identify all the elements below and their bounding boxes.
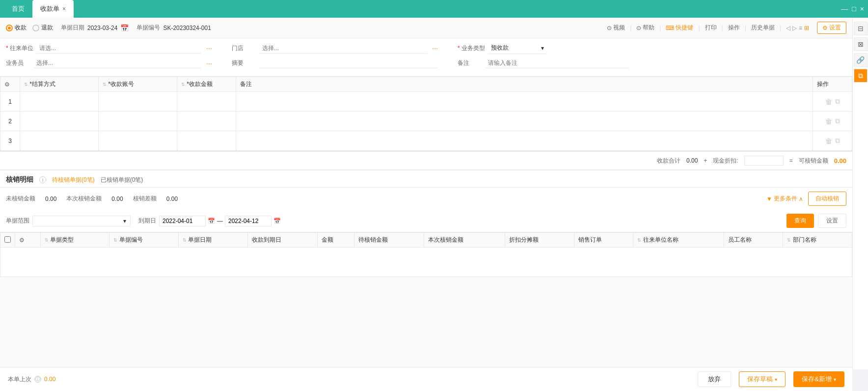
summary-field: 摘要 [232,58,438,68]
radio-refund-dot [32,25,39,31]
operation-link[interactable]: 操作 [728,24,740,32]
select-all-checkbox[interactable] [4,236,11,243]
shortcut-link[interactable]: ⌨ 快捷键 [666,24,693,32]
row3-settle[interactable] [20,131,99,151]
th-checkbox[interactable] [0,233,15,248]
store-label: 门店 [232,44,256,53]
counterparty-input[interactable] [36,43,201,54]
delete-icon-row1[interactable]: 🗑 [825,98,832,106]
row2-settle[interactable] [20,112,99,131]
history-link[interactable]: 历史单据 [751,24,775,32]
tab-active[interactable]: 收款单 × [32,0,74,18]
due-date-from[interactable] [159,216,206,226]
verify-gear-icon[interactable]: ⚙ [19,237,25,244]
sidebar-btn-link[interactable]: 🔗 [854,53,868,67]
remark-input[interactable] [485,58,629,68]
settings-gear-icon[interactable]: ⚙ [4,81,10,88]
remark-label: 备注 [458,59,482,67]
sidebar-btn-active[interactable]: ⧉ [854,69,868,83]
pending-verify-tab[interactable]: 待核销单据(0笔) [52,176,95,184]
copy-icon-row2[interactable]: ⧉ [835,117,840,125]
info-icon[interactable]: i [39,176,46,183]
setting-button[interactable]: ⚙ 设置 [817,22,846,34]
date-label: 单据日期 [61,24,84,32]
range-select[interactable]: ▾ [32,216,131,226]
sidebar-btn-2[interactable]: ⊠ [854,37,868,51]
sidebar-btn-1[interactable]: ⊟ [854,22,868,35]
th-settle: ⇅ *结算方式 [20,77,99,92]
row3-amount[interactable] [177,131,236,151]
row1-amount[interactable] [177,92,236,112]
counterparty-label: * 往来单位 [6,44,33,53]
calendar-icon-from[interactable]: 📅 [208,218,215,224]
copy-icon-row3[interactable]: ⧉ [835,137,840,145]
save-draft-button[interactable]: 保存草稿 ▾ [739,371,786,387]
minimize-icon[interactable]: — [841,5,848,13]
discount-input[interactable] [744,156,784,166]
row1-remark[interactable] [236,92,813,112]
abandon-button[interactable]: 放弃 [698,371,731,387]
save-new-button[interactable]: 保存&新增 ▾ [793,371,844,387]
radio-refund[interactable]: 退款 [32,24,53,32]
more-conditions-btn[interactable]: ▼ 更多条件 ∧ [766,195,803,203]
footer-info-value: 0.00 [44,376,55,383]
print-link[interactable]: 打印 [705,24,717,32]
row2-account[interactable] [99,112,177,131]
number-label: 单据编号 [136,24,160,32]
th-v-settings[interactable]: ⚙ [15,233,41,248]
delete-icon-row2[interactable]: 🗑 [825,117,832,125]
counterparty-more-icon[interactable]: ··· [206,44,212,52]
store-field: 门店 ··· [232,43,438,54]
footer-info-icon[interactable]: ⓘ [34,376,41,383]
store-input[interactable] [259,43,427,54]
total-value: 0.00 [686,157,698,164]
staff-more-icon[interactable]: ··· [206,59,212,67]
due-date-label: 到期日 [138,217,156,225]
row1-action: 🗑 ⧉ [813,92,852,112]
copy-icon-row1[interactable]: ⧉ [835,97,840,106]
row1-account[interactable] [99,92,177,112]
business-type-select[interactable]: 预收款 ▾ [488,42,547,54]
prev-icon[interactable]: ◁ [786,25,790,31]
radio-receipt[interactable]: 收款 [6,24,27,32]
video-link[interactable]: ⊙ 视频 [607,24,625,32]
close-window-icon[interactable]: × [860,5,864,13]
row2-amount[interactable] [177,112,236,131]
store-more-icon[interactable]: ··· [432,44,438,52]
help-link[interactable]: ⊙ 帮助 [636,24,654,32]
next-icon[interactable]: ▷ [792,25,797,31]
grid-icon[interactable]: ⊞ [804,25,809,31]
menu-icon[interactable]: ≡ [799,25,802,31]
query-button[interactable]: 查询 [787,214,814,228]
verified-tab[interactable]: 已核销单据(0笔) [101,176,143,184]
row3-account[interactable] [99,131,177,151]
tab-home[interactable]: 首页 [4,0,32,18]
th-action: 操作 [813,77,852,92]
remark-field: 备注 [458,58,629,68]
circle-icon: ⊙ [607,25,612,31]
calendar-icon-to[interactable]: 📅 [273,218,281,224]
divider3: | [698,25,700,31]
staff-input[interactable] [33,58,201,68]
form-row-1: * 往来单位 ··· 门店 ··· [6,42,846,54]
funnel-icon: ▼ [766,196,772,202]
summary-input[interactable] [259,58,438,68]
delete-icon-row3[interactable]: 🗑 [825,137,832,145]
th-doc-num: ⇅ 单据编号 [109,233,179,248]
setting-gear-icon: ⚙ [822,25,828,31]
th-doc-type: ⇅ 单据类型 [40,233,109,248]
verify-setting-button[interactable]: 设置 [818,214,846,228]
range-filter: 单据范围 ▾ [6,216,131,226]
row2-remark[interactable] [236,112,813,131]
row1-settle[interactable] [20,92,99,112]
row3-remark[interactable] [236,131,813,151]
maximize-icon[interactable]: □ [852,5,856,13]
staff-label: 业务员 [6,59,30,67]
tab-close-icon[interactable]: × [62,5,66,12]
calendar-icon[interactable]: 📅 [120,24,129,32]
table-row: 1 🗑 ⧉ [0,92,852,112]
due-date-to[interactable] [225,216,271,226]
th-settings[interactable]: ⚙ [0,77,20,92]
auto-verify-button[interactable]: 自动核销 [808,192,846,206]
radio-receipt-dot [6,25,13,31]
